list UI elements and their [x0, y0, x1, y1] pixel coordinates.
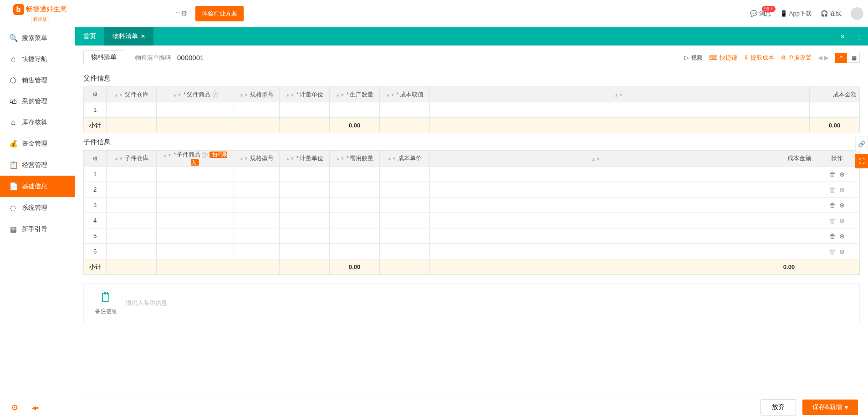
app-download-link[interactable]: 📱 App下载: [780, 10, 812, 18]
extract-cost-link[interactable]: ⇩提取成本: [744, 54, 774, 62]
experience-button[interactable]: 体验行业方案: [195, 6, 244, 21]
code-value: 0000001: [177, 54, 204, 61]
sidebar-item-label: 基础信息: [22, 182, 47, 191]
delete-icon[interactable]: 🗑: [829, 186, 836, 193]
messages-link[interactable]: 💬 消息 99 +: [750, 10, 771, 18]
sidebar-item-label: 快捷导航: [22, 55, 47, 63]
list-view-icon[interactable]: ≡: [835, 53, 847, 63]
col-parent-product[interactable]: ▲▼*父件商品?: [157, 87, 234, 102]
keyboard-icon: ⌨: [709, 54, 718, 61]
page-tab[interactable]: 物料清单: [83, 50, 124, 65]
sort-icon: ▲▼: [386, 94, 395, 96]
shortcut-link[interactable]: ⌨快捷键: [709, 54, 737, 62]
collapse-icon[interactable]: ◂▪: [32, 403, 39, 413]
topbar-right: 💬 消息 99 + 📱 App下载 🎧 在线: [750, 7, 863, 20]
sidebar-item[interactable]: 📄基础信息: [0, 176, 75, 197]
col-parent-warehouse[interactable]: ▲▼父件仓库: [107, 87, 157, 102]
sidebar-item[interactable]: ◌系统管理: [0, 197, 75, 218]
sidebar-item[interactable]: ⌂快捷导航: [0, 49, 75, 70]
table-row[interactable]: 5🗑⊕: [84, 228, 860, 244]
sidebar-item[interactable]: 💰资金管理: [0, 133, 75, 154]
sort-icon: ▲▼: [240, 94, 249, 96]
float-right-tools: 🔗 ⛶: [855, 137, 868, 168]
sidebar-item[interactable]: ⌂库存核算: [0, 112, 75, 133]
remark-box: 🗒 备注信息: [83, 283, 860, 322]
col-child-costprice[interactable]: ▲▼成本单价: [380, 151, 430, 167]
add-icon[interactable]: ⊕: [839, 171, 845, 178]
doc-settings-link[interactable]: ⚙单据设置: [781, 54, 812, 62]
sidebar-item[interactable]: ⬡销售管理: [0, 70, 75, 91]
close-icon[interactable]: ✕: [141, 33, 145, 40]
card-view-icon[interactable]: ▦: [848, 53, 860, 63]
delete-icon[interactable]: 🗑: [829, 248, 836, 255]
table-row[interactable]: 1: [84, 102, 860, 118]
sidebar-icon: 📄: [9, 182, 17, 191]
gear-column-icon[interactable]: ⚙: [84, 87, 107, 102]
parent-section-title: 父件信息: [83, 70, 860, 86]
col-child-qty[interactable]: ▲▼*需用数量: [330, 151, 380, 167]
col-parent-amt[interactable]: 成本金额: [810, 87, 860, 102]
tab[interactable]: 首页: [75, 27, 104, 46]
sort-icon: ▲▼: [336, 94, 345, 96]
delete-icon[interactable]: 🗑: [829, 202, 836, 209]
sidebar-icon: 🛍: [9, 97, 17, 106]
col-parent-spec[interactable]: ▲▼规格型号: [234, 87, 280, 102]
add-icon[interactable]: ⊕: [839, 217, 845, 224]
avatar[interactable]: [851, 7, 863, 20]
tab-more-icon[interactable]: ⋮: [853, 30, 865, 43]
settings-icon[interactable]: ⚙: [11, 403, 18, 413]
footer: 放弃 保存&新增 ▾: [75, 394, 868, 420]
sort-icon: ▲▼: [286, 157, 295, 160]
delete-icon[interactable]: 🗑: [829, 171, 836, 178]
col-child-warehouse[interactable]: ▲▼子件仓库: [107, 151, 157, 167]
tab-close-all-icon[interactable]: ✕: [836, 30, 849, 43]
gear-icon[interactable]: ⚙: [181, 9, 187, 18]
sidebar-item[interactable]: ▦新手引导: [0, 218, 75, 240]
sort-icon: ▲▼: [114, 157, 123, 160]
parent-subtotal-row: 小计 0.00 0.00: [84, 118, 860, 133]
expand-icon[interactable]: ⛶: [855, 154, 868, 168]
col-child-product[interactable]: ▲▼*子件商品?扫码录入: [157, 151, 234, 167]
delete-icon[interactable]: 🗑: [829, 217, 836, 224]
col-child-flex[interactable]: ▲▼: [430, 151, 764, 167]
save-and-new-button[interactable]: 保存&新增 ▾: [802, 400, 858, 415]
col-parent-qty[interactable]: ▲▼*生产数量: [330, 87, 380, 102]
delete-icon[interactable]: 🗑: [829, 233, 836, 240]
org-selector[interactable]: ﹀: [89, 10, 181, 17]
sidebar-footer: ⚙ ◂▪: [0, 395, 75, 420]
sort-icon: ▲▼: [173, 94, 182, 96]
col-child-spec[interactable]: ▲▼规格型号: [234, 151, 280, 167]
sidebar-icon: 🔍: [9, 34, 17, 42]
info-icon[interactable]: ?: [212, 91, 218, 97]
col-child-unit[interactable]: ▲▼*计量单位: [280, 151, 330, 167]
table-row[interactable]: 6🗑⊕: [84, 244, 860, 259]
col-parent-unit[interactable]: ▲▼*计量单位: [280, 87, 330, 102]
table-row[interactable]: 3🗑⊕: [84, 197, 860, 213]
headset-icon: 🎧: [821, 10, 828, 17]
table-row[interactable]: 4🗑⊕: [84, 213, 860, 228]
add-icon[interactable]: ⊕: [839, 233, 845, 240]
sidebar-item[interactable]: 🔍搜索菜单: [0, 27, 75, 49]
add-icon[interactable]: ⊕: [839, 202, 845, 209]
gear-column-icon[interactable]: ⚙: [84, 151, 107, 167]
tab[interactable]: 物料清单✕: [104, 27, 153, 46]
col-child-amt[interactable]: 成本金额: [764, 151, 814, 167]
sort-icon: ▲▼: [592, 158, 601, 161]
video-link[interactable]: ▷视频: [684, 54, 703, 62]
sidebar-item[interactable]: 📋经营管理: [0, 154, 75, 176]
add-icon[interactable]: ⊕: [839, 186, 845, 193]
col-parent-flex[interactable]: ▲▼: [430, 87, 810, 102]
remark-input[interactable]: [122, 290, 853, 315]
tab-label: 物料清单: [112, 32, 138, 40]
prev-icon[interactable]: ◀: [818, 54, 822, 61]
add-icon[interactable]: ⊕: [839, 248, 845, 255]
attachment-icon[interactable]: 🔗: [855, 137, 868, 151]
online-support-link[interactable]: 🎧 在线: [821, 10, 842, 18]
discard-button[interactable]: 放弃: [761, 399, 796, 415]
table-row[interactable]: 1🗑⊕: [84, 167, 860, 182]
info-icon[interactable]: ?: [202, 152, 208, 158]
table-row[interactable]: 2🗑⊕: [84, 182, 860, 197]
next-icon[interactable]: ▶: [824, 54, 829, 61]
col-parent-costsrc[interactable]: ▲▼*成本取值: [380, 87, 430, 102]
sidebar-item[interactable]: 🛍采购管理: [0, 91, 75, 112]
